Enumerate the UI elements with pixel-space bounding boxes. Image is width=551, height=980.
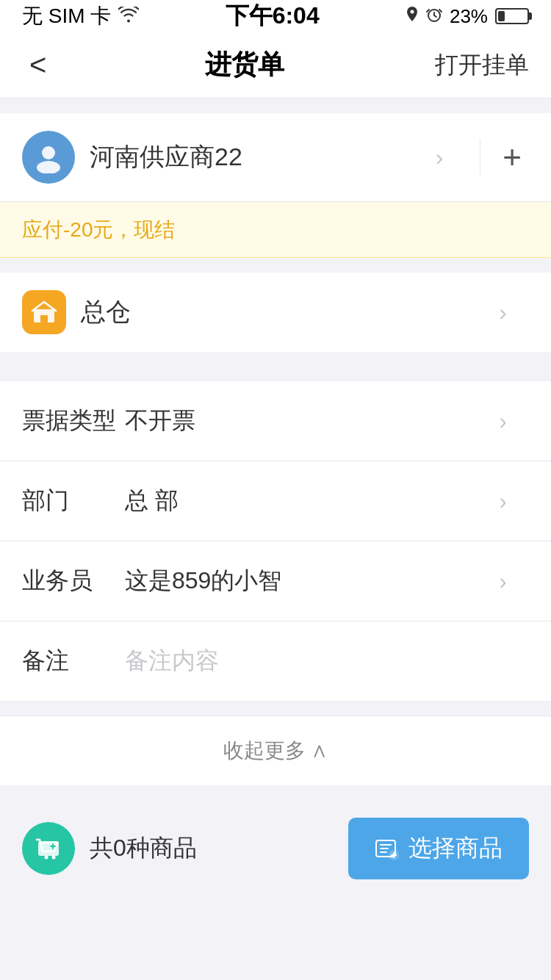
- warehouse-name: 总仓: [81, 295, 499, 329]
- svg-point-6: [45, 856, 48, 860]
- collapse-label: 收起更多 ∧: [223, 737, 328, 765]
- section-gap-2: [0, 258, 551, 273]
- notice-text: 应付-20元，现结: [22, 218, 175, 241]
- status-left: 无 SIM 卡: [22, 2, 139, 30]
- invoice-label: 票据类型: [22, 405, 125, 437]
- svg-point-1: [42, 146, 55, 159]
- supplier-name: 河南供应商22: [90, 140, 436, 174]
- status-time: 下午6:04: [226, 0, 320, 32]
- supplier-chevron-icon: ›: [436, 144, 444, 171]
- department-value: 总 部: [125, 485, 499, 517]
- status-right: 23%: [406, 5, 529, 28]
- section-gap-3: [0, 352, 551, 367]
- warehouse-chevron-icon: ›: [499, 299, 507, 326]
- add-supplier-button[interactable]: +: [495, 139, 529, 176]
- back-button[interactable]: <: [22, 41, 54, 89]
- open-pending-button[interactable]: 打开挂单: [435, 49, 529, 82]
- svg-rect-4: [40, 315, 48, 323]
- select-product-button[interactable]: 选择商品: [348, 818, 529, 879]
- supplier-avatar: [22, 131, 75, 184]
- form-section: 票据类型 不开票 › 部门 总 部 › 业务员 这是859的小智 › 备注 备注…: [0, 381, 551, 701]
- wifi-icon: [118, 5, 139, 28]
- warehouse-icon: [22, 290, 66, 334]
- carrier-text: 无 SIM 卡: [22, 2, 111, 30]
- svg-point-7: [52, 856, 56, 860]
- supplier-section: 河南供应商22 › + 应付-20元，现结: [0, 113, 551, 258]
- invoice-row[interactable]: 票据类型 不开票 ›: [0, 381, 551, 461]
- svg-point-2: [37, 161, 60, 173]
- salesman-label: 业务员: [22, 565, 125, 597]
- salesman-value: 这是859的小智: [125, 565, 499, 597]
- collapse-row[interactable]: 收起更多 ∧: [0, 716, 551, 785]
- page-title: 进货单: [205, 47, 284, 83]
- remark-label: 备注: [22, 645, 125, 677]
- department-chevron-icon: ›: [499, 488, 507, 515]
- content: 河南供应商22 › + 应付-20元，现结 总仓 › 票据类型 不开票 ›: [0, 98, 551, 897]
- department-row[interactable]: 部门 总 部 ›: [0, 461, 551, 541]
- nav-bar: < 进货单 打开挂单: [0, 32, 551, 98]
- remark-row[interactable]: 备注 备注内容: [0, 621, 551, 701]
- department-label: 部门: [22, 485, 125, 517]
- battery-percentage: 23%: [450, 5, 488, 28]
- invoice-chevron-icon: ›: [499, 408, 507, 435]
- warehouse-row[interactable]: 总仓 ›: [0, 273, 551, 352]
- alarm-icon: [426, 5, 442, 28]
- battery-icon: [495, 8, 529, 24]
- cart-icon: [34, 834, 63, 863]
- bottom-bar: 共0种商品 选择商品: [0, 800, 551, 897]
- salesman-chevron-icon: ›: [499, 568, 507, 595]
- supplier-divider: [480, 139, 480, 176]
- product-count: 共0种商品: [90, 832, 334, 865]
- cart-icon-wrap: [22, 822, 75, 875]
- select-product-icon: [375, 836, 400, 861]
- location-icon: [406, 5, 419, 28]
- remark-input[interactable]: 备注内容: [125, 645, 529, 677]
- status-bar: 无 SIM 卡 下午6:04 23%: [0, 0, 551, 32]
- supplier-row[interactable]: 河南供应商22 › +: [0, 113, 551, 202]
- salesman-row[interactable]: 业务员 这是859的小智 ›: [0, 541, 551, 621]
- section-gap-1: [0, 98, 551, 113]
- invoice-value: 不开票: [125, 405, 499, 437]
- notice-banner: 应付-20元，现结: [0, 202, 551, 258]
- select-product-label: 选择商品: [408, 832, 503, 865]
